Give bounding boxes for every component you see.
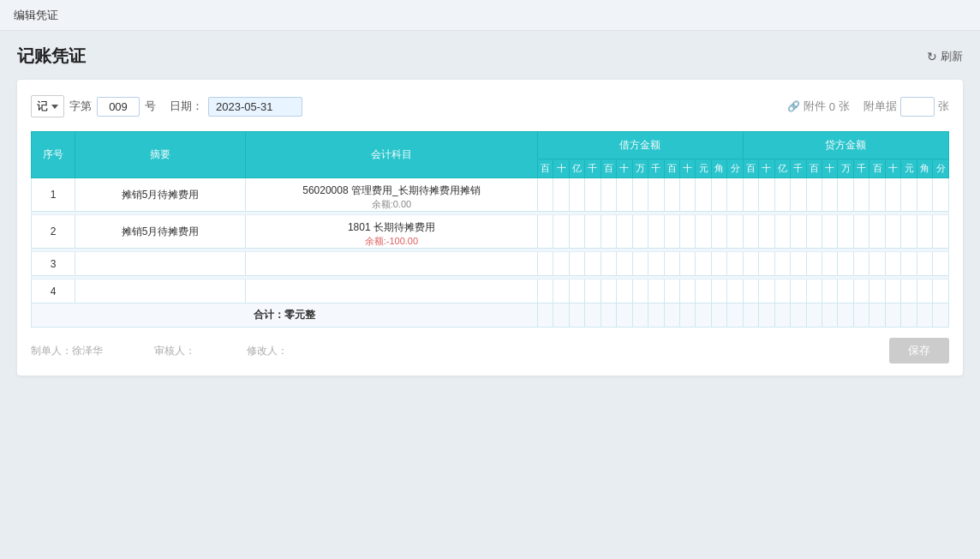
debit-cell-7[interactable] bbox=[648, 280, 664, 304]
debit-cell-10[interactable] bbox=[696, 178, 711, 212]
credit-cell-12[interactable] bbox=[933, 280, 949, 304]
row-account[interactable]: 56020008 管理费用_长期待摊费用摊销余额:0.00 bbox=[245, 178, 537, 212]
credit-cell-2[interactable] bbox=[774, 252, 790, 276]
credit-cell-6[interactable] bbox=[838, 215, 853, 249]
debit-cell-2[interactable] bbox=[569, 178, 584, 212]
debit-cell-11[interactable] bbox=[711, 215, 726, 249]
debit-cell-10[interactable] bbox=[696, 280, 711, 304]
credit-cell-12[interactable] bbox=[933, 178, 949, 212]
credit-cell-7[interactable] bbox=[853, 215, 869, 249]
credit-cell-0[interactable] bbox=[743, 252, 758, 276]
debit-cell-8[interactable] bbox=[664, 178, 679, 212]
debit-cell-10[interactable] bbox=[696, 252, 711, 276]
credit-cell-12[interactable] bbox=[933, 252, 949, 276]
debit-cell-1[interactable] bbox=[553, 280, 569, 304]
table-row[interactable]: 3 bbox=[32, 252, 949, 276]
credit-cell-3[interactable] bbox=[791, 280, 806, 304]
credit-cell-9[interactable] bbox=[885, 252, 900, 276]
debit-cell-5[interactable] bbox=[617, 178, 632, 212]
credit-cell-5[interactable] bbox=[822, 215, 838, 249]
debit-cell-11[interactable] bbox=[711, 280, 726, 304]
credit-cell-1[interactable] bbox=[759, 215, 774, 249]
sheets-input[interactable] bbox=[900, 97, 935, 117]
credit-cell-7[interactable] bbox=[853, 280, 869, 304]
debit-cell-11[interactable] bbox=[711, 178, 726, 212]
row-account[interactable]: 1801 长期待摊费用余额:-100.00 bbox=[245, 215, 537, 249]
debit-cell-3[interactable] bbox=[585, 178, 601, 212]
debit-cell-10[interactable] bbox=[696, 215, 711, 249]
credit-cell-1[interactable] bbox=[759, 178, 774, 212]
credit-cell-0[interactable] bbox=[743, 280, 758, 304]
debit-cell-3[interactable] bbox=[585, 215, 601, 249]
credit-cell-10[interactable] bbox=[901, 178, 917, 212]
debit-cell-0[interactable] bbox=[537, 280, 553, 304]
credit-cell-9[interactable] bbox=[885, 178, 900, 212]
debit-cell-7[interactable] bbox=[648, 178, 664, 212]
debit-cell-6[interactable] bbox=[632, 215, 648, 249]
debit-cell-7[interactable] bbox=[648, 215, 664, 249]
debit-cell-8[interactable] bbox=[664, 215, 679, 249]
row-summary[interactable]: 摊销5月待摊费用 bbox=[75, 178, 246, 212]
type-select[interactable]: 记 bbox=[31, 95, 64, 117]
debit-cell-4[interactable] bbox=[601, 178, 616, 212]
date-input[interactable] bbox=[208, 97, 302, 117]
credit-cell-8[interactable] bbox=[869, 178, 885, 212]
debit-cell-12[interactable] bbox=[727, 215, 743, 249]
credit-cell-9[interactable] bbox=[885, 215, 900, 249]
credit-cell-4[interactable] bbox=[806, 252, 822, 276]
credit-cell-3[interactable] bbox=[791, 178, 806, 212]
credit-cell-4[interactable] bbox=[806, 280, 822, 304]
credit-cell-12[interactable] bbox=[933, 215, 949, 249]
credit-cell-4[interactable] bbox=[806, 215, 822, 249]
table-row[interactable]: 4 bbox=[32, 280, 949, 304]
credit-cell-7[interactable] bbox=[853, 178, 869, 212]
row-summary[interactable] bbox=[75, 280, 246, 304]
debit-cell-1[interactable] bbox=[553, 178, 569, 212]
debit-cell-5[interactable] bbox=[617, 280, 632, 304]
credit-cell-2[interactable] bbox=[774, 280, 790, 304]
debit-cell-12[interactable] bbox=[727, 252, 743, 276]
credit-cell-6[interactable] bbox=[838, 280, 853, 304]
credit-cell-11[interactable] bbox=[917, 252, 932, 276]
row-summary[interactable]: 摊销5月待摊费用 bbox=[75, 215, 246, 249]
credit-cell-10[interactable] bbox=[901, 252, 917, 276]
debit-cell-0[interactable] bbox=[537, 252, 553, 276]
debit-cell-1[interactable] bbox=[553, 215, 569, 249]
credit-cell-8[interactable] bbox=[869, 280, 885, 304]
debit-cell-11[interactable] bbox=[711, 252, 726, 276]
credit-cell-5[interactable] bbox=[822, 280, 838, 304]
credit-cell-4[interactable] bbox=[806, 178, 822, 212]
row-account[interactable] bbox=[245, 252, 537, 276]
table-row[interactable]: 2摊销5月待摊费用1801 长期待摊费用余额:-100.00 bbox=[32, 215, 949, 249]
credit-cell-11[interactable] bbox=[917, 215, 932, 249]
debit-cell-5[interactable] bbox=[617, 252, 632, 276]
credit-cell-10[interactable] bbox=[901, 280, 917, 304]
debit-cell-0[interactable] bbox=[537, 215, 553, 249]
debit-cell-9[interactable] bbox=[679, 178, 695, 212]
debit-cell-6[interactable] bbox=[632, 178, 648, 212]
save-button[interactable]: 保存 bbox=[889, 338, 949, 364]
debit-cell-12[interactable] bbox=[727, 178, 743, 212]
credit-cell-1[interactable] bbox=[759, 280, 774, 304]
credit-cell-8[interactable] bbox=[869, 252, 885, 276]
credit-cell-2[interactable] bbox=[774, 215, 790, 249]
debit-cell-5[interactable] bbox=[617, 215, 632, 249]
credit-cell-2[interactable] bbox=[774, 178, 790, 212]
credit-cell-5[interactable] bbox=[822, 178, 838, 212]
debit-cell-6[interactable] bbox=[632, 280, 648, 304]
credit-cell-6[interactable] bbox=[838, 178, 853, 212]
debit-cell-9[interactable] bbox=[679, 280, 695, 304]
debit-cell-2[interactable] bbox=[569, 252, 584, 276]
debit-cell-4[interactable] bbox=[601, 252, 616, 276]
debit-cell-4[interactable] bbox=[601, 215, 616, 249]
row-account[interactable] bbox=[245, 280, 537, 304]
credit-cell-10[interactable] bbox=[901, 215, 917, 249]
debit-cell-3[interactable] bbox=[585, 252, 601, 276]
credit-cell-11[interactable] bbox=[917, 280, 932, 304]
debit-cell-1[interactable] bbox=[553, 252, 569, 276]
debit-cell-12[interactable] bbox=[727, 280, 743, 304]
debit-cell-0[interactable] bbox=[537, 178, 553, 212]
debit-cell-9[interactable] bbox=[679, 252, 695, 276]
debit-cell-9[interactable] bbox=[679, 215, 695, 249]
debit-cell-3[interactable] bbox=[585, 280, 601, 304]
